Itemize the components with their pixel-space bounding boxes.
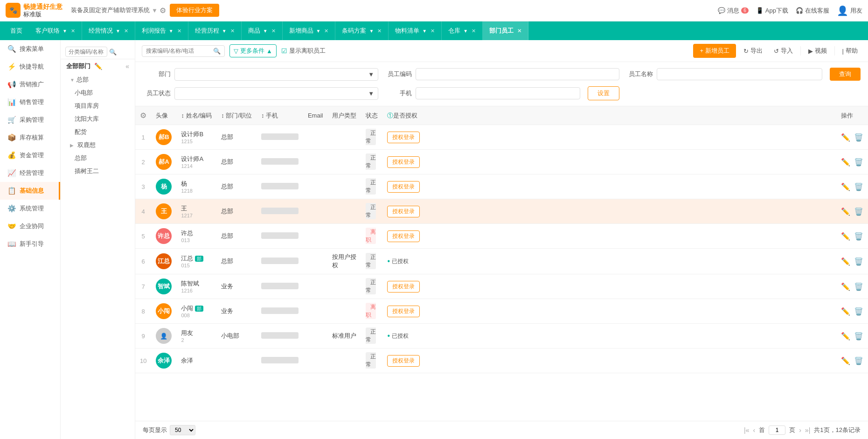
system-name-arrow[interactable]: ▼ (152, 7, 158, 14)
sidebar-item-purchase[interactable]: 🛒 采购管理 (0, 111, 60, 129)
export-button[interactable]: ↻ 导出 (740, 45, 766, 57)
delete-icon[interactable]: 🗑️ (854, 282, 863, 291)
page-last-btn[interactable]: »| (805, 426, 810, 434)
filter-empname-input[interactable] (657, 68, 822, 80)
auth-login-button[interactable]: 授权登录 (387, 206, 420, 217)
edit-icon[interactable]: ✏️ (841, 307, 850, 316)
query-button[interactable]: 查询 (830, 68, 861, 81)
page-input[interactable] (769, 425, 785, 435)
page-next-btn[interactable]: › (799, 426, 801, 434)
auth-login-button[interactable]: 授权登录 (387, 181, 420, 193)
tab-add-goods[interactable]: 新增商品▼✕ (283, 21, 336, 40)
delete-icon[interactable]: 🗑️ (854, 257, 863, 266)
edit-icon[interactable]: ✏️ (841, 257, 850, 266)
edit-icon[interactable]: ✏️ (841, 182, 850, 191)
edit-icon[interactable]: ✏️ (841, 158, 850, 167)
dept-node-shenyang[interactable]: 沈阳大库 (61, 112, 135, 125)
delete-icon[interactable]: 🗑️ (854, 332, 863, 341)
dept-node-zongbu-root[interactable]: ▼ 总部 (61, 73, 135, 86)
sidebar-item-guide[interactable]: 📖 新手引导 (0, 235, 60, 253)
per-page-select[interactable]: 50 100 (170, 425, 195, 435)
filter-empstatus-select[interactable]: ▼ (174, 87, 378, 100)
sidebar-item-management[interactable]: 📈 经营管理 (0, 164, 60, 182)
tab-bom[interactable]: 物料清单▼✕ (389, 21, 442, 40)
tab-dept-employee[interactable]: 部门员工✕ (483, 21, 528, 40)
delete-icon[interactable]: 🗑️ (854, 207, 863, 216)
edit-icon[interactable]: ✏️ (841, 232, 850, 241)
delete-icon[interactable]: 🗑️ (854, 356, 863, 365)
user-item[interactable]: 👤 用友 (837, 5, 862, 16)
tab-customer[interactable]: 客户联络▼✕ (29, 21, 82, 40)
help-button[interactable]: | 帮助 (839, 45, 861, 57)
dept-node-xiaodibu[interactable]: 小电部 (61, 86, 135, 99)
auth-login-button[interactable]: 授权登录 (387, 306, 420, 317)
sidebar-item-finance[interactable]: 💰 资金管理 (0, 146, 60, 164)
dept-node-xiangmukufang[interactable]: 项目库房 (61, 99, 135, 112)
tab-barcode[interactable]: 条码方案▼✕ (335, 21, 389, 40)
page-prev-btn[interactable]: ‹ (753, 426, 756, 434)
sidebar-item-marketing[interactable]: 📢 营销推广 (0, 76, 60, 93)
dept-node-shuanglu[interactable]: ▶ 双鹿想 (61, 139, 135, 152)
view-button[interactable]: ▶ 视频 (805, 45, 831, 57)
delete-icon[interactable]: 🗑️ (854, 232, 863, 241)
dept-search-input[interactable] (65, 47, 107, 57)
tab-close[interactable]: ✕ (71, 28, 75, 34)
app-download-item[interactable]: 📱 App下载 (756, 7, 788, 15)
dept-node-zongbu[interactable]: 总部 (61, 152, 135, 165)
dept-node-chashuwang[interactable]: 插树王二 (61, 165, 135, 178)
sidebar-item-quick[interactable]: ⚡ 快捷导航 (0, 58, 60, 76)
try-button[interactable]: 体验行业方案 (170, 4, 219, 17)
tab-close[interactable]: ✕ (431, 28, 435, 34)
col-name[interactable]: ↕ 姓名/编码 (176, 106, 216, 125)
col-settings-icon[interactable]: ⚙ (140, 111, 146, 119)
search-input[interactable] (146, 48, 211, 54)
tab-close[interactable]: ✕ (324, 28, 328, 34)
auth-login-button[interactable]: 授权登录 (387, 355, 420, 367)
delete-icon[interactable]: 🗑️ (854, 133, 863, 142)
tab-goods[interactable]: 商品▼✕ (242, 21, 283, 40)
tab-close[interactable]: ✕ (124, 28, 128, 34)
filter-dept-select[interactable]: ▼ (174, 68, 378, 81)
col-dept[interactable]: ↕ 部门/职位 (216, 106, 257, 125)
sidebar-item-system[interactable]: ⚙️ 系统管理 (0, 200, 60, 217)
tab-close[interactable]: ✕ (230, 28, 235, 34)
edit-icon[interactable]: ✏️ (841, 332, 850, 341)
edit-icon[interactable]: ✏️ (841, 133, 850, 142)
auth-login-button[interactable]: 授权登录 (387, 156, 420, 168)
dept-node-peihuo[interactable]: 配货 (61, 125, 135, 139)
auth-login-button[interactable]: 授权登录 (387, 281, 420, 293)
dept-edit-icon[interactable]: ✏️ (94, 63, 102, 70)
sidebar-item-search[interactable]: 🔍 搜索菜单 (0, 40, 60, 58)
sidebar-item-basic[interactable]: 📋 基础信息 (0, 182, 60, 200)
edit-icon[interactable]: ✏️ (841, 356, 850, 365)
search-icon[interactable]: 🔍 (213, 48, 221, 55)
show-resign-toggle[interactable]: ☑ 显示离职员工 (281, 47, 326, 55)
tab-close[interactable]: ✕ (377, 28, 382, 34)
tab-history[interactable]: 经营历程▼✕ (188, 21, 242, 40)
sidebar-item-inventory[interactable]: 📦 库存核算 (0, 129, 60, 146)
page-first-btn[interactable]: |« (744, 426, 749, 434)
filter-empcode-input[interactable] (416, 68, 619, 80)
filter-phone-input[interactable] (416, 87, 580, 99)
import-button[interactable]: ↺ 导入 (770, 45, 797, 57)
delete-icon[interactable]: 🗑️ (854, 307, 863, 316)
tab-profit[interactable]: 利润报告▼✕ (135, 21, 188, 40)
edit-icon[interactable]: ✏️ (841, 207, 850, 216)
settings-icon[interactable]: ⚙ (160, 6, 166, 15)
tab-close[interactable]: ✕ (177, 28, 181, 34)
filter-button[interactable]: ▽ 更多条件 ▲ (229, 44, 277, 57)
col-settings[interactable]: ⚙ (135, 106, 151, 125)
sidebar-item-collab[interactable]: 🤝 企业协同 (0, 217, 60, 235)
delete-icon[interactable]: 🗑️ (854, 182, 863, 191)
tab-close[interactable]: ✕ (517, 28, 521, 34)
tab-operation[interactable]: 经营情况▼✕ (82, 21, 135, 40)
col-phone[interactable]: ↕ 手机 (257, 106, 303, 125)
tab-home[interactable]: 首页 (4, 21, 29, 40)
auth-login-button[interactable]: 授权登录 (387, 230, 420, 242)
sidebar-item-sales[interactable]: 📊 销售管理 (0, 93, 60, 111)
dept-search-icon[interactable]: 🔍 (109, 49, 117, 56)
set-button[interactable]: 设置 (588, 86, 619, 100)
delete-icon[interactable]: 🗑️ (854, 158, 863, 167)
tab-close[interactable]: ✕ (472, 28, 476, 34)
tab-warehouse[interactable]: 仓库▼✕ (442, 21, 483, 40)
